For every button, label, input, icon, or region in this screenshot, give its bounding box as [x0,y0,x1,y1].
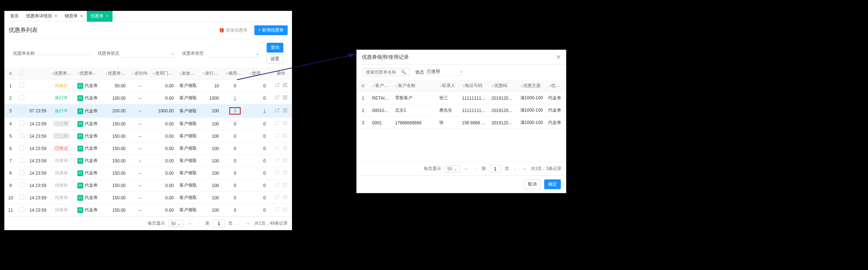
col-dist[interactable]: 发放方式 [177,67,200,80]
col-use[interactable]: 使用数量 [247,67,270,80]
row-checkbox-cell[interactable] [17,192,27,204]
detail-row[interactable]: 1 RETAIL... 零散客户 张三 11111111111 20191207… [357,92,566,104]
table-row[interactable]: 7 14 23:59 待发布 代代金券 150.00 -- 0.00 客户领取 … [4,155,292,167]
col-gear[interactable]: ⚙ [4,67,17,80]
dcol-gear[interactable]: ⚙ [357,80,369,92]
table-row[interactable]: 3 07 23:59 执行中 代代金券 200.00 -- 1000.00 客户… [4,104,292,118]
col-type[interactable]: 优惠券类型 [75,67,103,80]
row-checkbox-cell[interactable] [17,142,27,155]
checkbox[interactable] [19,108,24,113]
close-icon[interactable]: ✕ [80,14,83,18]
row-checkbox-cell[interactable] [17,204,27,216]
checkbox[interactable] [19,207,24,212]
filter-status-select[interactable]: ⌄ [122,49,175,58]
checkbox[interactable] [19,95,24,100]
d-page-input[interactable] [490,165,501,173]
checkbox[interactable] [19,170,24,175]
detail-row[interactable]: 3 0001 17666666666 张 156 6666 ... 201912… [357,117,566,129]
col-face[interactable]: 优惠券面值 [103,67,129,80]
page-first[interactable]: ⇤ [187,221,194,226]
checkbox[interactable] [19,121,24,126]
row-checkbox-cell[interactable] [17,155,27,167]
page-prev[interactable]: ‹ [197,221,202,226]
table-row[interactable]: 10 14 23:59 待发布 代代金券 150.00 -- 0.00 客户领取… [4,192,292,204]
settings-button[interactable]: 设置 [267,54,283,64]
row-checkbox-cell[interactable] [17,80,27,92]
detail-search-input[interactable] [366,70,398,75]
checkbox-all[interactable] [19,70,24,75]
search-icon[interactable]: 🔍 [401,70,406,75]
filter-name-input[interactable] [37,52,90,55]
share-icon[interactable] [275,95,280,101]
tab-item[interactable]: 销货单✕ [61,11,87,22]
detail-status-select[interactable]: 已使用 ⌄ [427,68,463,76]
dcol-topic[interactable]: 优惠主题 [517,80,545,92]
dcol-type[interactable]: 优惠券类 [545,80,566,92]
tab-item[interactable]: 优惠券详情页✕ [22,11,61,22]
col-discount[interactable]: 折扣% [129,67,151,80]
cancel-button[interactable]: 取消 [524,179,541,189]
d-page-next[interactable]: › [513,166,517,171]
d-page-first[interactable]: ⇤ [463,166,470,171]
tab-item[interactable]: 优惠券✕ [87,11,113,22]
row-checkbox-cell[interactable] [17,130,27,142]
query-button[interactable]: 查询 [267,43,283,53]
page-last[interactable]: ⇥ [244,221,251,226]
table-row[interactable]: 4 14 23:59 已过期 代代金券 150.00 -- 0.00 客户领取 … [4,118,292,130]
table-row[interactable]: 9 14 23:59 待发布 代代金券 150.00 -- 0.00 客户领取 … [4,179,292,192]
table-row[interactable]: 5 14 23:59 已过期 代代金券 150.00 -- 0.00 客户领取 … [4,130,292,142]
add-coupon-button[interactable]: + 新增优惠券 [254,25,288,35]
table-row[interactable]: 8 14 23:59 待发布 代代金券 150.00 -- 0.00 客户领取 … [4,167,292,179]
filter-type-select[interactable]: ⌄ [206,49,259,58]
dcol-code[interactable]: 优惠码 [488,80,517,92]
d-per-page-select[interactable]: 50 ⌄ [445,165,460,173]
qr-icon[interactable] [283,95,288,101]
table-row[interactable]: 11 14 23:59 待发布 代代金券 150.00 -- 0.00 客户领取… [4,204,292,216]
confirm-button[interactable]: 确定 [544,179,561,189]
issue-coupon-button[interactable]: 🎁 发放优惠券 [215,25,251,35]
table-row[interactable]: 2 执行中 代代金券 100.00 -- 0.00 客户领取 1000 1 0 [4,92,292,104]
row-checkbox-cell[interactable] [17,179,27,192]
dcol-customer[interactable]: 客户... [369,80,392,92]
qr-icon[interactable] [283,108,288,114]
d-page-last[interactable]: ⇥ [521,166,527,171]
checkbox[interactable] [19,158,24,163]
row-checkbox-cell[interactable] [17,118,27,130]
close-icon[interactable]: ✕ [106,14,109,18]
col-checkbox[interactable] [17,67,27,80]
checkbox[interactable] [19,145,24,150]
d-page-prev[interactable]: ‹ [474,166,478,171]
col-receive[interactable]: 领用数量 [223,67,247,80]
page-next[interactable]: › [236,221,241,226]
table-row[interactable]: 1 待执行 代代金券 50.00 -- 0.00 客户领取 10 0 0 [4,80,292,92]
close-icon[interactable]: ✕ [54,14,58,18]
checkbox[interactable] [19,182,24,187]
checkbox[interactable] [19,83,24,88]
share-icon[interactable] [275,108,280,114]
qr-icon[interactable] [283,83,288,89]
row-checkbox-cell[interactable] [17,104,27,118]
dcol-name[interactable]: 客户名称 [392,80,436,92]
use-count-link[interactable]: 1 [263,108,266,113]
checkbox[interactable] [19,133,24,138]
share-icon[interactable] [275,83,280,89]
col-threshold[interactable]: 使用门槛... [150,67,177,80]
dcol-contact[interactable]: 联系人 [436,80,459,92]
receive-count-link[interactable]: 1 [234,96,236,101]
close-icon[interactable]: ✕ [556,54,561,61]
row-checkbox-cell[interactable] [17,167,27,179]
checkbox[interactable] [19,195,24,200]
dcol-phone[interactable]: 电话号码 [459,80,488,92]
detail-search-box[interactable]: 🔍 [363,68,410,76]
tab-item[interactable]: 首页 [7,11,22,22]
per-page-select[interactable]: 50 ⌄ [169,220,183,227]
receive-count-highlight[interactable]: 3 [229,107,241,115]
col-issue[interactable]: 发行数量 [200,67,224,80]
page-input[interactable] [213,220,225,227]
row-checkbox-cell[interactable] [17,92,27,104]
detail-row[interactable]: 2 00010001 北京1 唐先生 11111111111 20191207O… [357,104,566,117]
row-type: 代代金券 [75,118,103,130]
col-time[interactable] [27,67,49,80]
table-row[interactable]: 6 14 23:59 已终止 代代金券 150.00 -- 0.00 客户领取 … [4,142,292,155]
col-status[interactable]: 优惠券状态 [49,67,75,80]
